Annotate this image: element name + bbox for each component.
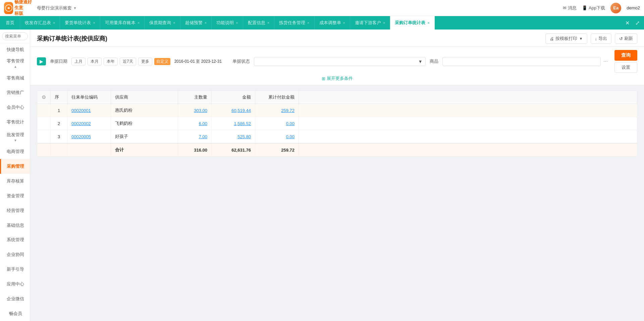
sidebar-item-quick-nav[interactable]: 快捷导航	[0, 43, 30, 56]
row-amount[interactable]: 525.80	[212, 130, 255, 144]
row-amount[interactable]: 1,586.52	[212, 117, 255, 130]
top-bar-right: ✉ 消息 📱 App下载 Ea demo2	[563, 3, 640, 13]
tab-cost-adjust[interactable]: 成本调整单 ×	[315, 16, 350, 30]
date-btn-this-month[interactable]: 本月	[88, 58, 102, 65]
row-code[interactable]: 00020005	[67, 130, 111, 144]
row-paid[interactable]: 259.72	[255, 104, 299, 117]
sidebar-item-enterprise-collab[interactable]: 企业协同	[0, 247, 30, 262]
sidebar-item-label: 系统管理	[7, 237, 24, 243]
column-settings-icon[interactable]: ⚙	[42, 94, 46, 100]
row-index: 2	[51, 117, 67, 130]
date-btn-last-month[interactable]: 上月	[71, 58, 86, 65]
tab-goods-stat[interactable]: 要货单统计表 ×	[60, 16, 100, 30]
tab-pick-task[interactable]: 拣货任务管理 ×	[274, 16, 314, 30]
row-qty[interactable]: 6.00	[178, 117, 212, 130]
sidebar-item-enterprise-wechat[interactable]: 企业微信	[0, 291, 30, 306]
row-paid[interactable]: 0.00	[255, 117, 299, 130]
tab-overstock[interactable]: 超储预警 ×	[180, 16, 212, 30]
top-bar: 畅捷通好生意 标版 母婴行业演示账套 ▼ ✉ 消息 📱 App下载 Ea dem…	[0, 0, 644, 16]
row-paid[interactable]: 0.00	[255, 130, 299, 144]
message-button[interactable]: ✉ 消息	[563, 5, 577, 11]
expand-tabs-icon[interactable]: ⤢	[633, 20, 641, 26]
tab-home[interactable]: 首页	[0, 16, 20, 30]
sidebar-item-vip[interactable]: 畅会员	[0, 306, 30, 321]
sidebar-search-input[interactable]	[2, 32, 28, 40]
close-tab-collect-pay[interactable]: ×	[53, 21, 55, 25]
sidebar-item-label: 畅会员	[9, 311, 22, 317]
close-all-tabs-icon[interactable]: ✕	[623, 20, 631, 26]
row-qty[interactable]: 303.00	[178, 104, 212, 117]
export-button[interactable]: ↓ 导出	[591, 34, 612, 44]
tab-avail-stock[interactable]: 可用量库存账本 ×	[100, 16, 145, 30]
close-tab-overstock[interactable]: ×	[205, 21, 207, 25]
date-btn-this-year[interactable]: 本年	[104, 58, 118, 65]
sidebar-item-label: 应用中心	[7, 281, 24, 287]
close-tab-purchase-stat[interactable]: ×	[427, 21, 429, 25]
logo-text: 畅捷通好生意 标版	[14, 0, 34, 16]
sidebar-item-finance[interactable]: 资金管理	[0, 189, 30, 203]
print-button[interactable]: 🖨 按模板打印 ▼	[545, 34, 587, 44]
filter-row-main: ▶ 单据日期 上月 本月 本年 近7天 更多 自定义 2016-01-01 至 …	[37, 50, 637, 73]
tab-func-desc[interactable]: 功能说明 ×	[212, 16, 243, 30]
close-tab-cost-adjust[interactable]: ×	[343, 21, 345, 25]
page-header: 采购订单统计表(按供应商) 🖨 按模板打印 ▼ ↓ 导出 ↺ 刷新	[30, 30, 644, 47]
row-qty[interactable]: 7.00	[178, 130, 212, 144]
expand-more-button[interactable]: ⊞ 展开更多条件	[322, 75, 353, 82]
workspace-chevron-icon: ▼	[73, 6, 77, 10]
row-supplier: 惠氏奶粉	[111, 104, 178, 117]
sidebar-item-retail-shop[interactable]: 零售商城	[0, 71, 30, 86]
row-index: 1	[51, 104, 67, 117]
goods-filter-more-icon[interactable]: ···	[603, 58, 608, 64]
sidebar-item-new-guide[interactable]: 新手引导	[0, 262, 30, 277]
sidebar-item-member-center[interactable]: 会员中心	[0, 100, 30, 115]
goods-filter-input[interactable]	[442, 57, 601, 66]
row-code[interactable]: 00020002	[67, 117, 111, 130]
sidebar-item-ops-mgmt[interactable]: 经营管理	[0, 203, 30, 218]
close-tab-config[interactable]: ×	[267, 21, 269, 25]
sidebar-item-batch-mgmt[interactable]: 批发管理 ▼	[0, 129, 30, 144]
date-btn-7days[interactable]: 近7天	[120, 58, 136, 65]
tab-collect-pay[interactable]: 收发存汇总表 ×	[20, 16, 60, 30]
tab-purchase-stat[interactable]: 采购订单统计表 ×	[390, 16, 434, 30]
row-amount[interactable]: 60,519.44	[212, 104, 255, 117]
row-code[interactable]: 00020001	[67, 104, 111, 117]
filter-toggle-button[interactable]: ▶	[37, 57, 46, 65]
sidebar-item-label: 零售统计	[7, 119, 24, 125]
workspace-selector[interactable]: 母婴行业演示账套 ▼	[37, 5, 563, 11]
nav-tabs-end: ✕ ⤢	[621, 16, 644, 30]
close-tab-expiry[interactable]: ×	[173, 21, 175, 25]
sidebar-item-retail-stat[interactable]: 零售统计	[0, 115, 30, 129]
settings-button[interactable]: 设置	[614, 62, 637, 73]
tab-expiry[interactable]: 保质期查询 ×	[145, 16, 180, 30]
tab-config[interactable]: 配置信息 ×	[243, 16, 274, 30]
sidebar-item-purchase-mgmt[interactable]: 采购管理	[0, 159, 30, 174]
sidebar-item-marketing[interactable]: 营销推广	[0, 85, 30, 100]
close-tab-pick-task[interactable]: ×	[307, 21, 309, 25]
sidebar-item-sys-mgmt[interactable]: 系统管理	[0, 233, 30, 248]
sidebar-item-app-center[interactable]: 应用中心	[0, 277, 30, 291]
close-tab-invite-down[interactable]: ×	[383, 21, 385, 25]
app-download-button[interactable]: 📱 App下载	[582, 5, 605, 11]
sidebar-item-basic-info[interactable]: 基础信息	[0, 218, 30, 233]
sidebar-item-stock-check[interactable]: 库存核算	[0, 174, 30, 189]
close-tab-avail-stock[interactable]: ×	[138, 21, 140, 25]
sidebar-item-retail-mgmt[interactable]: 零售管理 ▲	[0, 56, 30, 71]
table-container: ⚙ 序 往来单位编码 供应商 主数量 金额 累计付款金额 1 00020001 …	[30, 85, 644, 321]
sidebar-item-label: 电商管理	[7, 149, 24, 155]
query-button[interactable]: 查询	[614, 50, 637, 61]
date-btn-more[interactable]: 更多	[138, 58, 152, 65]
status-filter-select[interactable]: ▼	[254, 57, 425, 66]
close-tab-goods-stat[interactable]: ×	[93, 21, 95, 25]
export-icon: ↓	[595, 36, 597, 41]
sidebar-item-ecom-mgmt[interactable]: 电商管理	[0, 144, 30, 159]
table-row: 2 00020002 飞鹤奶粉 6.00 1,586.52 0.00	[37, 117, 637, 130]
status-chevron-icon: ▼	[418, 59, 423, 64]
expand-more-icon: ⊞	[322, 76, 325, 81]
quick-nav-label: 快捷导航	[7, 47, 24, 53]
refresh-button[interactable]: ↺ 刷新	[615, 34, 637, 44]
close-tab-func-desc[interactable]: ×	[236, 21, 238, 25]
tab-invite-down[interactable]: 邀请下游客户 ×	[350, 16, 390, 30]
page-header-actions: 🖨 按模板打印 ▼ ↓ 导出 ↺ 刷新	[545, 34, 637, 44]
main-layout: 快捷导航 零售管理 ▲ 零售商城 营销推广 会员中心 零售统计 批发管理 ▼ 电…	[0, 30, 644, 321]
date-range-value: 2016-01-01 至 2023-12-31	[174, 59, 222, 64]
